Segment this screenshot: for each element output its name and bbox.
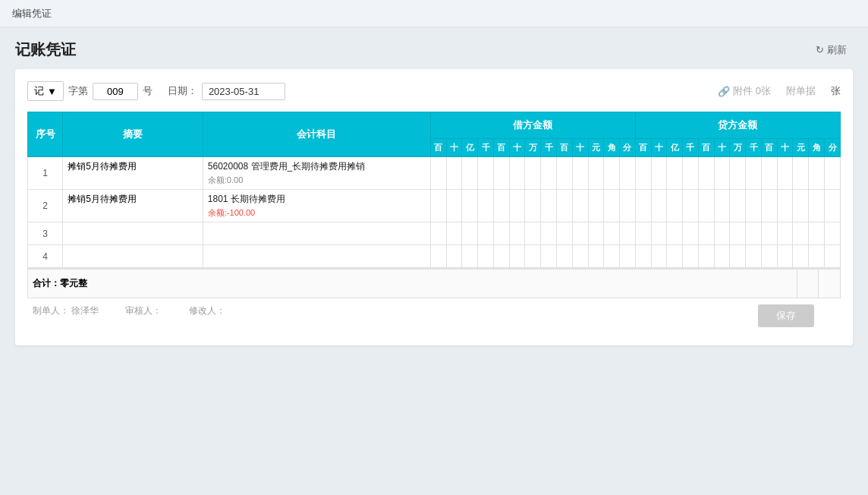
row-1-credit-4[interactable] (698, 190, 714, 222)
row-3-debit-6[interactable] (525, 245, 541, 268)
row-0-credit-11[interactable] (809, 157, 825, 190)
row-3-debit-9[interactable] (572, 245, 588, 268)
row-0-debit-6[interactable] (525, 157, 541, 190)
row-2-credit-7[interactable] (746, 222, 762, 245)
number-input[interactable] (93, 83, 138, 100)
row-2-credit-2[interactable] (667, 222, 683, 245)
attach-single-link[interactable]: 附单据 (786, 84, 816, 98)
row-2-debit-11[interactable] (604, 222, 620, 245)
row-1-debit-11[interactable] (604, 190, 620, 222)
row-0-account[interactable]: 56020008 管理费用_长期待摊费用摊销余额:0.00 (203, 157, 430, 190)
row-0-debit-3[interactable] (478, 157, 494, 190)
row-1-debit-9[interactable] (572, 190, 588, 222)
date-input[interactable] (202, 83, 285, 100)
row-3-credit-2[interactable] (667, 245, 683, 268)
row-0-debit-2[interactable] (462, 157, 478, 190)
row-1-credit-12[interactable] (825, 190, 841, 222)
row-1-debit-8[interactable] (556, 190, 572, 222)
row-3-debit-7[interactable] (541, 245, 557, 268)
row-2-debit-4[interactable] (493, 222, 509, 245)
row-2-debit-0[interactable] (430, 222, 446, 245)
row-2-credit-1[interactable] (651, 222, 667, 245)
row-2-credit-11[interactable] (809, 222, 825, 245)
row-1-debit-12[interactable] (620, 190, 636, 222)
row-2-credit-10[interactable] (793, 222, 809, 245)
row-3-debit-3[interactable] (478, 245, 494, 268)
row-3-credit-1[interactable] (651, 245, 667, 268)
row-1-account[interactable]: 1801 长期待摊费用余额:-100.00 (203, 190, 430, 222)
row-2-credit-6[interactable] (730, 222, 746, 245)
row-0-credit-7[interactable] (746, 157, 762, 190)
row-1-debit-6[interactable] (525, 190, 541, 222)
row-1-debit-10[interactable] (588, 190, 604, 222)
row-3-debit-1[interactable] (446, 245, 462, 268)
row-0-summary[interactable]: 摊销5月待摊费用 (63, 157, 203, 190)
row-3-debit-2[interactable] (462, 245, 478, 268)
row-1-credit-8[interactable] (761, 190, 777, 222)
row-3-summary[interactable] (63, 245, 203, 268)
row-1-debit-2[interactable] (462, 190, 478, 222)
row-3-account[interactable] (203, 245, 430, 268)
row-1-credit-1[interactable] (651, 190, 667, 222)
row-3-credit-12[interactable] (825, 245, 841, 268)
row-2-credit-0[interactable] (635, 222, 651, 245)
row-0-debit-1[interactable] (446, 157, 462, 190)
row-1-credit-6[interactable] (730, 190, 746, 222)
row-3-credit-8[interactable] (761, 245, 777, 268)
save-button[interactable]: 保存 (758, 304, 814, 327)
row-0-debit-12[interactable] (620, 157, 636, 190)
row-2-credit-5[interactable] (714, 222, 730, 245)
row-1-credit-5[interactable] (714, 190, 730, 222)
row-0-debit-11[interactable] (604, 157, 620, 190)
row-1-debit-3[interactable] (478, 190, 494, 222)
row-3-credit-4[interactable] (698, 245, 714, 268)
row-0-credit-9[interactable] (777, 157, 793, 190)
row-2-credit-9[interactable] (777, 222, 793, 245)
row-2-debit-12[interactable] (620, 222, 636, 245)
row-0-credit-1[interactable] (651, 157, 667, 190)
row-0-credit-0[interactable] (635, 157, 651, 190)
row-2-summary[interactable] (63, 222, 203, 245)
row-1-summary[interactable]: 摊销5月待摊费用 (63, 190, 203, 222)
row-0-credit-8[interactable] (761, 157, 777, 190)
row-3-debit-12[interactable] (620, 245, 636, 268)
row-0-credit-12[interactable] (825, 157, 841, 190)
row-0-debit-8[interactable] (556, 157, 572, 190)
row-0-credit-5[interactable] (714, 157, 730, 190)
row-2-debit-10[interactable] (588, 222, 604, 245)
row-3-credit-10[interactable] (793, 245, 809, 268)
row-3-credit-0[interactable] (635, 245, 651, 268)
row-0-credit-2[interactable] (667, 157, 683, 190)
row-0-credit-4[interactable] (698, 157, 714, 190)
row-1-credit-2[interactable] (667, 190, 683, 222)
row-1-debit-1[interactable] (446, 190, 462, 222)
row-1-credit-10[interactable] (793, 190, 809, 222)
row-0-credit-3[interactable] (683, 157, 699, 190)
row-0-credit-6[interactable] (730, 157, 746, 190)
row-2-debit-7[interactable] (541, 222, 557, 245)
row-2-debit-1[interactable] (446, 222, 462, 245)
row-2-debit-8[interactable] (556, 222, 572, 245)
row-0-debit-10[interactable] (588, 157, 604, 190)
row-2-account[interactable] (203, 222, 430, 245)
row-0-debit-7[interactable] (541, 157, 557, 190)
row-2-debit-6[interactable] (525, 222, 541, 245)
row-2-debit-2[interactable] (462, 222, 478, 245)
row-2-debit-5[interactable] (509, 222, 525, 245)
row-2-debit-9[interactable] (572, 222, 588, 245)
row-1-credit-9[interactable] (777, 190, 793, 222)
row-0-credit-10[interactable] (793, 157, 809, 190)
row-3-credit-7[interactable] (746, 245, 762, 268)
row-3-debit-10[interactable] (588, 245, 604, 268)
row-1-debit-5[interactable] (509, 190, 525, 222)
type-select[interactable]: 记 ▼ (27, 81, 64, 101)
row-2-credit-12[interactable] (825, 222, 841, 245)
row-3-credit-3[interactable] (683, 245, 699, 268)
row-1-debit-0[interactable] (430, 190, 446, 222)
row-2-debit-3[interactable] (478, 222, 494, 245)
row-3-debit-5[interactable] (509, 245, 525, 268)
row-1-credit-0[interactable] (635, 190, 651, 222)
row-3-debit-8[interactable] (556, 245, 572, 268)
row-2-credit-8[interactable] (761, 222, 777, 245)
row-3-credit-9[interactable] (777, 245, 793, 268)
